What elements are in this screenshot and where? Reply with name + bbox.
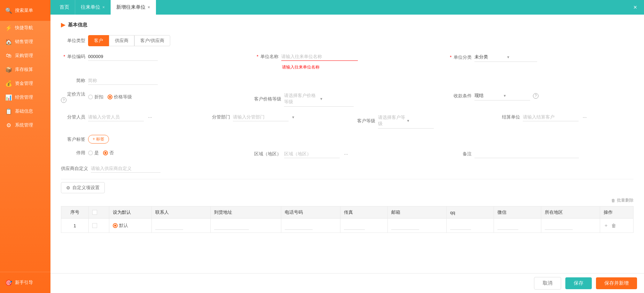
add-tag-button[interactable]: + 标签 [88,135,109,144]
row-fax[interactable] [340,219,387,233]
pricing-radio-discount[interactable]: 折扣 [88,94,103,100]
payment-terms-select[interactable]: 现结 ▼ [474,91,530,100]
pricing-radio-discount-label: 折扣 [94,94,103,100]
tab-new-contact[interactable]: 新增往来单位 × [111,0,156,15]
sidebar-item-sales[interactable]: 🏠 销售管理 [0,35,50,49]
type-btn-supplier[interactable]: 供应商 [109,35,134,46]
address-input[interactable] [214,221,249,230]
sidebar-item-inventory[interactable]: 📦 库存核算 [0,63,50,76]
sidebar-operations-label: 经营管理 [15,94,33,100]
phone-input[interactable] [285,221,313,230]
custom-settings-button[interactable]: ⚙ 自定义项设置 [61,182,105,193]
sales-icon: 🏠 [5,38,12,45]
sidebar-item-system[interactable]: ⚙ 系统管理 [0,118,50,132]
supplier-custom-field: 供应商自定义 [61,164,634,173]
short-name-input[interactable] [88,76,158,85]
disable-yes-item[interactable]: 是 [88,150,99,156]
row-checkbox[interactable] [92,223,97,228]
row-contact[interactable] [152,219,211,233]
col-fax: 传真 [340,206,387,219]
row-default-label: 默认 [119,222,128,229]
unit-code-required-star: * [63,54,65,59]
payment-terms-help-icon[interactable]: ? [533,93,539,99]
pricing-radio-level[interactable]: 价格等级 [108,94,132,100]
header-checkbox[interactable] [92,210,97,215]
sidebar-item-finance[interactable]: 💰 资金管理 [0,76,50,90]
add-row-icon[interactable]: ＋ [604,222,608,229]
settlement-label: 结算单位 [496,114,520,120]
custom-settings-label: 自定义项设置 [72,185,100,191]
sidebar-item-quicknav[interactable]: ⚡ 快捷导航 [0,21,50,35]
manager-ellipsis[interactable]: ··· [147,114,154,120]
tags-field: 客户标签 + 标签 [61,135,634,144]
sidebar: 🔍 搜索菜单 ⚡ 快捷导航 🏠 销售管理 🛍 采购管理 📦 库存核算 💰 资金管… [0,0,50,293]
unit-name-input[interactable] [281,52,358,61]
batch-delete[interactable]: 🗑 批量删除 [61,197,634,203]
price-level-placeholder: 请选择客户价格等级 [284,92,318,105]
pricing-help-icon[interactable]: ? [61,97,66,103]
region-label: 区域（地区） [254,151,281,157]
pricing-radio-discount-circle [88,95,93,99]
type-btn-customer[interactable]: 客户 [88,35,109,46]
supplier-custom-input[interactable] [91,164,160,173]
batch-delete-icon: 🗑 [611,198,615,203]
manager-input[interactable] [88,113,144,121]
sidebar-system-label: 系统管理 [15,122,33,128]
email-input[interactable] [391,221,419,230]
sidebar-item-basic[interactable]: 📋 基础信息 [0,104,50,118]
row-checkbox-cell [88,219,109,233]
type-btn-both[interactable]: 客户/供应商 [134,35,170,46]
row-region[interactable] [541,219,600,233]
row-qq[interactable] [447,219,494,233]
cancel-button[interactable]: 取消 [534,277,561,290]
dept-input[interactable] [233,113,289,121]
settlement-ellipsis[interactable]: ··· [581,114,588,120]
payment-terms-value: 现结 [474,92,502,99]
basic-icon: 📋 [5,108,12,115]
sidebar-item-newbie[interactable]: 🎯 新手引导 [0,276,50,290]
col-contact: 联系人 [152,206,211,219]
region-table-input[interactable] [545,221,573,230]
row-address[interactable] [211,219,281,233]
tab-contacts[interactable]: 往来单位 × [75,0,111,15]
col-qq: qq [447,206,494,219]
unit-category-select[interactable]: 未分类 ▼ [474,52,537,62]
col-region: 所在地区 [541,206,600,219]
delete-row-icon[interactable]: 🗑 [611,223,616,228]
price-level-select[interactable]: 请选择客户价格等级 ▼ [284,91,354,107]
customer-level-select[interactable]: 请选择客户等级 ▼ [378,113,434,129]
disable-no-item[interactable]: 否 [103,150,114,156]
pricing-method-label: 定价方法 ? [61,91,85,103]
disable-field: 停用 是 否 [61,150,247,156]
sidebar-item-search[interactable]: 🔍 搜索菜单 [0,3,50,17]
sidebar-item-purchase[interactable]: 🛍 采购管理 [0,49,50,63]
region-ellipsis[interactable]: ··· [343,151,350,157]
fax-input[interactable] [344,221,365,230]
save-and-new-button[interactable]: 保存并新增 [596,277,637,289]
row-default-radio[interactable]: 默认 [113,222,148,229]
row-action-icons: ＋ 🗑 [604,222,630,229]
save-button[interactable]: 保存 [565,277,592,289]
customer-level-field: 客户等级 请选择客户等级 ▼ [351,113,489,129]
tab-new-contact-close[interactable]: × [148,5,150,10]
sidebar-item-operations[interactable]: 📊 经营管理 [0,90,50,104]
row-wechat[interactable] [494,219,541,233]
qq-input[interactable] [450,221,471,230]
tabbar-close-button[interactable]: × [630,4,641,11]
row-phone[interactable] [281,219,340,233]
unit-type-label: 单位类型 [61,38,85,44]
col-checkbox [88,206,109,219]
contacts-table: 序号 设为默认 联系人 到货地址 电话号码 传真 邮箱 qq 微信 所在地区 操… [61,206,634,233]
settlement-input[interactable] [523,113,579,121]
unit-code-input[interactable] [88,52,158,61]
contact-input[interactable] [155,221,183,230]
region-input[interactable] [284,150,340,158]
tab-home[interactable]: 首页 [54,0,75,15]
remarks-input[interactable] [474,150,579,158]
dept-field: 分管部门 ▼ [206,113,344,121]
sidebar-basic-label: 基础信息 [15,108,33,114]
wechat-input[interactable] [497,221,518,230]
tab-contacts-close[interactable]: × [102,5,105,10]
sidebar-search[interactable]: 🔍 搜索菜单 [0,0,50,21]
row-email[interactable] [387,219,446,233]
